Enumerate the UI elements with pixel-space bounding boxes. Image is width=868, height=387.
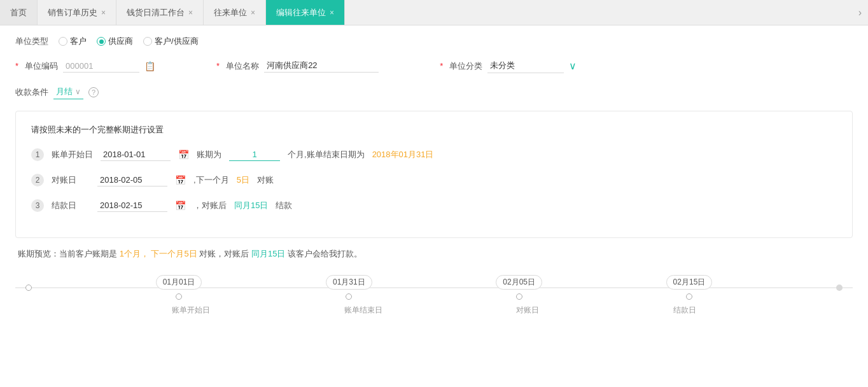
timeline-label-0: 账单开始日 xyxy=(172,305,210,316)
account-end-date: 2018年01月31日 xyxy=(372,149,434,160)
preview-part3: 同月15日 xyxy=(251,249,285,258)
timeline-labels: 账单开始日 账单结束日 对账日 结款日 xyxy=(15,305,853,316)
account-start-date-input[interactable] xyxy=(101,148,171,161)
radio-group: 客户 供应商 客户/供应商 xyxy=(59,36,199,47)
unit-fields-row: * 单位编码 📋 * 单位名称 * 单位分类 未分类 ∨ xyxy=(15,59,853,73)
tab-home-label: 首页 xyxy=(10,7,27,18)
timeline-end-cap xyxy=(836,285,843,291)
unit-code-input[interactable] xyxy=(63,60,139,73)
radio-customer[interactable]: 客户 xyxy=(59,36,87,47)
period-input[interactable] xyxy=(229,148,280,161)
unit-name-input[interactable] xyxy=(264,60,379,73)
timeline-dot-0 xyxy=(176,293,182,300)
timeline-point-1: 01月31日 xyxy=(326,275,372,300)
timeline-tag-3: 02月15日 xyxy=(666,275,713,290)
radio-customer-label: 客户 xyxy=(70,36,87,47)
setting-label-1: 账单开始日 xyxy=(52,149,93,160)
unit-category-star: * xyxy=(440,61,443,71)
setting-num-2: 2 xyxy=(31,174,44,186)
unit-type-row: 单位类型 客户 供应商 客户/供应商 xyxy=(15,36,853,47)
unit-code-group: * 单位编码 📋 xyxy=(15,60,155,73)
tab-bar: 首页 销售订单历史 × 钱货日清工作台 × 往来单位 × 编辑往来单位 × › xyxy=(0,0,868,25)
reconcile-prefix: ,下一个月 xyxy=(193,174,229,186)
reconcile-day-highlight: 5日 xyxy=(237,174,249,186)
main-content: 单位类型 客户 供应商 客户/供应商 * 单位编码 📋 * xyxy=(0,25,868,387)
timeline-wrapper: 01月01日 01月31日 02月05日 02月15日 xyxy=(15,270,853,316)
timeline-end-dot xyxy=(836,285,843,291)
tab-edit-partner-label: 编辑往来单位 xyxy=(276,7,326,18)
timeline-container: 01月01日 01月31日 02月05日 02月15日 xyxy=(15,270,853,305)
payment-row: 收款条件 月结 ∨ ? xyxy=(15,85,853,99)
radio-supplier-circle xyxy=(97,37,106,46)
settlement-date-input[interactable] xyxy=(97,199,167,212)
preview-suffix: 该客户会给我打款。 xyxy=(288,249,362,258)
reconcile-calendar-icon[interactable]: 📅 xyxy=(175,175,186,185)
tab-partner-label: 往来单位 xyxy=(214,7,247,18)
preview-text: 账期预览：当前客户账期是 1个月， 下一个月5日 对账，对账后 同月15日 该客… xyxy=(15,248,853,260)
unit-name-star: * xyxy=(216,61,220,71)
period-suffix: 个月,账单结束日期为 xyxy=(288,149,365,160)
payment-condition-arrow-icon[interactable]: ∨ xyxy=(75,87,81,96)
settlement-day-highlight: 同月15日 xyxy=(234,200,268,211)
settlement-calendar-icon[interactable]: 📅 xyxy=(175,201,186,211)
payment-condition-select[interactable]: 月结 ∨ xyxy=(53,85,83,99)
help-icon[interactable]: ? xyxy=(88,87,99,97)
tab-cashier-close[interactable]: × xyxy=(188,9,193,17)
setting-row-3: 3 结款日 📅 ，对账后 同月15日 结款 xyxy=(31,199,837,212)
setting-num-1: 1 xyxy=(31,148,44,161)
timeline-points: 01月01日 01月31日 02月05日 02月15日 xyxy=(25,275,843,300)
timeline-label-text-3: 结款日 xyxy=(673,305,696,316)
tab-sales-history-close[interactable]: × xyxy=(101,9,106,17)
setting-row-2: 2 对账日 📅 ,下一个月 5日 对账 xyxy=(31,174,837,186)
preview-middle: 对账，对账后 xyxy=(199,249,249,258)
tab-cashier[interactable]: 钱货日清工作台 × xyxy=(116,0,204,25)
tab-partner[interactable]: 往来单位 × xyxy=(204,0,266,25)
timeline-dot-3 xyxy=(686,293,692,300)
settings-card: 请按照未来的一个完整帐期进行设置 1 账单开始日 📅 账期为 个月,账单结束日期… xyxy=(15,111,853,238)
tab-sales-history-label: 销售订单历史 xyxy=(48,7,97,18)
timeline-label-3: 结款日 xyxy=(673,305,696,316)
reconcile-suffix: 对账 xyxy=(257,174,274,186)
unit-name-label: 单位名称 xyxy=(226,60,259,72)
tab-partner-close[interactable]: × xyxy=(251,9,255,17)
unit-category-arrow-icon[interactable]: ∨ xyxy=(569,60,577,72)
timeline-tag-2: 02月05日 xyxy=(496,275,542,290)
radio-supplier-label: 供应商 xyxy=(108,36,133,47)
timeline-point-0: 01月01日 xyxy=(156,275,202,300)
period-prefix: 账期为 xyxy=(197,149,221,160)
tab-sales-history[interactable]: 销售订单历史 × xyxy=(38,0,116,25)
timeline-label-text-2: 对账日 xyxy=(516,305,539,316)
radio-supplier[interactable]: 供应商 xyxy=(97,36,133,47)
preview-part1: 1个月， xyxy=(120,249,149,258)
radio-both[interactable]: 客户/供应商 xyxy=(143,36,199,47)
timeline-dot-1 xyxy=(346,293,352,300)
settings-title: 请按照未来的一个完整帐期进行设置 xyxy=(31,124,837,136)
timeline-label-text-0: 账单开始日 xyxy=(172,305,210,316)
payment-condition-label: 收款条件 xyxy=(15,87,48,98)
timeline-start-cap xyxy=(25,285,32,291)
reconcile-date-input[interactable] xyxy=(97,174,167,186)
unit-category-label: 单位分类 xyxy=(449,60,482,72)
setting-label-3: 结款日 xyxy=(52,200,90,211)
timeline-point-2: 02月05日 xyxy=(496,275,542,300)
setting-num-3: 3 xyxy=(31,199,44,212)
timeline-start-dot xyxy=(25,285,32,291)
account-start-calendar-icon[interactable]: 📅 xyxy=(178,150,189,160)
preview-prefix: 账期预览：当前客户账期是 xyxy=(18,249,117,258)
settlement-prefix: ，对账后 xyxy=(193,200,227,211)
unit-type-label: 单位类型 xyxy=(15,36,48,47)
tab-cashier-label: 钱货日清工作台 xyxy=(127,7,185,18)
tab-home[interactable]: 首页 xyxy=(0,0,38,25)
tab-edit-partner[interactable]: 编辑往来单位 × xyxy=(266,0,345,25)
radio-both-label: 客户/供应商 xyxy=(155,36,199,47)
unit-code-calendar-icon[interactable]: 📋 xyxy=(144,61,155,71)
tab-arrow[interactable]: › xyxy=(852,0,868,25)
tab-edit-partner-close[interactable]: × xyxy=(330,9,334,17)
unit-code-label: 单位编码 xyxy=(25,60,58,72)
unit-code-star: * xyxy=(15,61,18,71)
timeline-dot-2 xyxy=(516,293,522,300)
setting-row-1: 1 账单开始日 📅 账期为 个月,账单结束日期为 2018年01月31日 xyxy=(31,148,837,161)
timeline-label-2: 对账日 xyxy=(516,305,539,316)
timeline-tag-0: 01月01日 xyxy=(156,275,202,290)
unit-category-select[interactable]: 未分类 ∨ xyxy=(487,59,577,73)
